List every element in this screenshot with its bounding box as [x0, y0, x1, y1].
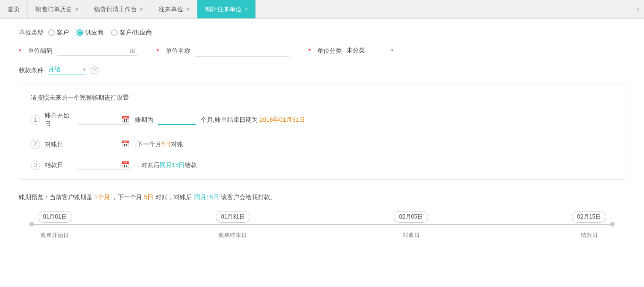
tab-sales-history-label: 销售订单历史 [35, 5, 72, 14]
period-date-input-1[interactable]: 2018-01-01 [78, 116, 120, 123]
preview-section: 账期预览：当前客户账期是 1个月 ，下一个月 5日 对账，对账后 同月15日 该… [19, 187, 625, 211]
unit-category-label: 单位分类 [317, 47, 342, 55]
unit-name-label: 单位名称 [166, 47, 190, 55]
close-tab-sales-history[interactable]: × [75, 6, 78, 13]
period-date-1: 2018-01-01 📅 [78, 116, 130, 125]
code-name-category-row: * 单位编码 000001 ⊞ * 单位名称 河南供应商22 * 单位分类 未分… [19, 45, 625, 57]
radio-customer-label: 客户 [57, 28, 69, 37]
radio-supplier[interactable]: 供应商 [76, 28, 103, 37]
unit-type-label: 单位类型 [19, 28, 43, 37]
preview-sep1: ，下一个月 [111, 194, 142, 201]
radio-customer[interactable]: 客户 [48, 28, 69, 37]
period-date-input-2[interactable]: 2018-02-05 [78, 140, 120, 147]
period-unit-text: 个月,账单结束日期为 2018年01月31日 [201, 116, 305, 124]
unit-category-dropdown-arrow: ▾ [391, 47, 394, 53]
period-row2-desc: ,下一个月5日对账 [135, 140, 183, 149]
timeline-node-3: 02月15日 结款日 [572, 211, 606, 239]
period-row-2: 2 对账日 2018-02-05 📅 ,下一个月5日对账 [31, 140, 613, 149]
period-row-num-1: 1 [31, 115, 40, 125]
unit-code-input[interactable]: 000001 [57, 47, 128, 54]
period-date-input-3[interactable]: 2018-02-15 [78, 161, 120, 168]
period-num-input[interactable]: 1 [158, 115, 196, 125]
preview-part1: 1个月 [94, 194, 110, 201]
tab-edit-partner[interactable]: 编辑往来单位 × [197, 0, 256, 18]
period-settings-box: 请按照未来的一个完整帐期进行设置 1 账单开始日 2018-01-01 📅 账期… [19, 84, 625, 180]
calendar-icon-2[interactable]: 📅 [120, 140, 130, 148]
preview-part2: 5日 [144, 194, 153, 201]
period-row3-desc: ，对账后同月15日结款 [135, 161, 197, 169]
timeline-date-3: 02月15日 [572, 211, 606, 223]
radio-both-label: 客户/供应商 [119, 28, 152, 37]
tab-daily-work[interactable]: 钱货日清工作台 × [86, 0, 151, 18]
timeline-date-2: 02月05日 [394, 211, 428, 223]
unit-category-value: 未分类 [347, 46, 391, 55]
unit-name-input[interactable]: 河南供应商22 [195, 45, 289, 57]
name-required-star: * [156, 47, 159, 55]
tab-daily-work-label: 钱货日清工作台 [94, 5, 137, 14]
payment-terms-value: 月结 [48, 65, 81, 74]
row2-highlight: 5日 [161, 141, 171, 148]
period-date-3: 2018-02-15 📅 [78, 161, 130, 170]
period-row-num-3: 3 [31, 160, 40, 170]
period-row-num-2: 2 [31, 140, 40, 149]
code-required-star: * [19, 47, 21, 55]
radio-both-circle [111, 29, 118, 36]
radio-supplier-circle [76, 29, 83, 36]
period-row-1: 1 账单开始日 2018-01-01 📅 账期为 1 个月,账单结束日期为 20… [31, 111, 613, 128]
period-field-label-3: 结款日 [45, 161, 73, 169]
timeline-sublabel-1: 账单结束日 [219, 231, 247, 239]
timeline-connector-0 [55, 225, 55, 229]
tab-partners-label: 往来单位 [159, 5, 183, 14]
unit-type-radio-group: 客户 供应商 客户/供应商 [48, 28, 152, 37]
preview-label: 账期预览：当前客户账期是 [19, 194, 93, 201]
timeline-date-0: 01月01日 [38, 211, 72, 223]
calendar-icon-3[interactable]: 📅 [120, 161, 130, 169]
close-tab-partners[interactable]: × [186, 6, 189, 13]
preview-part3: 同月15日 [194, 194, 219, 201]
category-required-star: * [308, 47, 311, 55]
tab-home-label: 首页 [8, 5, 20, 14]
payment-terms-row: 收款条件 月结 ▾ ? [19, 65, 625, 75]
timeline-nodes: 01月01日 账单开始日 01月31日 账单结束日 02月05日 对账日 02月… [28, 211, 616, 239]
timeline-node-2: 02月05日 对账日 [394, 211, 428, 239]
unit-category-select[interactable]: 未分类 ▾ [347, 46, 394, 56]
radio-both[interactable]: 客户/供应商 [111, 28, 152, 37]
row3-highlight: 同月15日 [160, 161, 185, 169]
close-tab-daily-work[interactable]: × [140, 6, 143, 13]
radio-customer-circle [48, 29, 55, 36]
timeline-connector-3 [589, 225, 589, 229]
main-content: 单位类型 客户 供应商 客户/供应商 * 单位编码 000001 ⊞ * 单位名… [0, 19, 644, 287]
tab-sales-history[interactable]: 销售订单历史 × [28, 0, 86, 18]
payment-terms-select[interactable]: 月结 ▾ [48, 65, 86, 75]
timeline-node-0: 01月01日 账单开始日 [38, 211, 72, 239]
tab-more-arrow[interactable]: › [632, 0, 644, 18]
timeline-date-1: 01月31日 [216, 211, 250, 223]
tab-home[interactable]: 首页 [0, 0, 28, 18]
period-text-label: 账期为 [135, 116, 153, 124]
unit-code-field: 000001 ⊞ [57, 47, 137, 56]
timeline-sublabel-0: 账单开始日 [41, 231, 69, 239]
radio-supplier-label: 供应商 [85, 28, 103, 37]
timeline-sublabel-2: 对账日 [403, 231, 420, 239]
payment-terms-dropdown-arrow: ▾ [83, 67, 86, 73]
timeline-section: 01月01日 账单开始日 01月31日 账单结束日 02月05日 对账日 02月… [19, 211, 625, 239]
period-date-2: 2018-02-05 📅 [78, 140, 130, 149]
timeline-node-1: 01月31日 账单结束日 [216, 211, 250, 239]
period-row-3: 3 结款日 2018-02-15 📅 ，对账后同月15日结款 [31, 160, 613, 170]
preview-suffix: 该客户会给我打款。 [221, 194, 276, 201]
period-field-label-2: 对账日 [45, 140, 73, 149]
close-tab-edit-partner[interactable]: × [245, 6, 248, 13]
calendar-icon-1[interactable]: 📅 [120, 116, 130, 123]
help-icon[interactable]: ? [91, 67, 98, 74]
tab-edit-partner-label: 编辑往来单位 [205, 5, 242, 14]
period-field-label-1: 账单开始日 [45, 111, 73, 128]
period-title: 请按照未来的一个完整帐期进行设置 [31, 93, 613, 102]
payment-terms-label: 收款条件 [19, 66, 43, 75]
unit-code-label: 单位编码 [28, 47, 52, 55]
tab-bar: 首页 销售订单历史 × 钱货日清工作台 × 往来单位 × 编辑往来单位 × › [0, 0, 644, 19]
unit-code-icon[interactable]: ⊞ [128, 47, 137, 54]
timeline-connector-1 [233, 225, 233, 229]
tab-partners[interactable]: 往来单位 × [151, 0, 197, 18]
preview-sep2: 对账，对账后 [155, 194, 192, 201]
timeline-connector-2 [411, 225, 411, 229]
